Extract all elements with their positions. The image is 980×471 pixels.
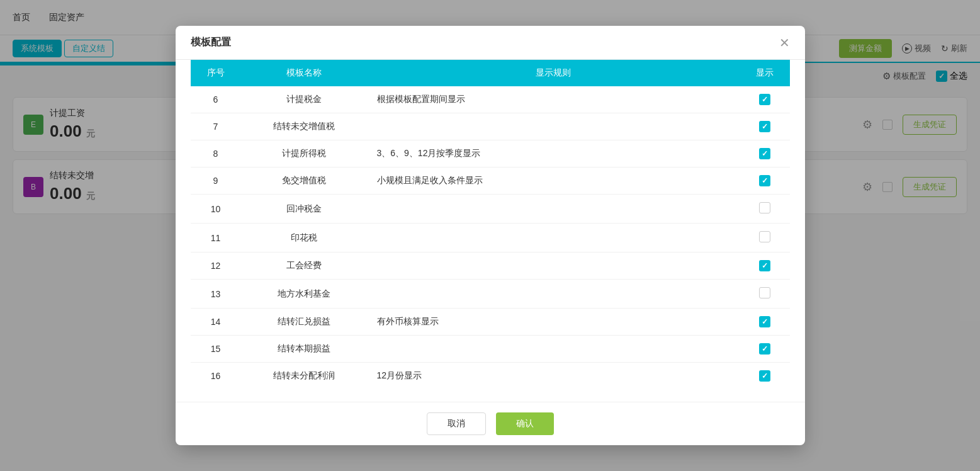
cell-name: 印花税: [241, 224, 367, 253]
row-checkbox-11[interactable]: [759, 231, 770, 242]
cell-id: 15: [191, 336, 241, 363]
table-row: 16结转未分配利润12月份显示: [191, 363, 790, 390]
dialog-title: 模板配置: [191, 36, 231, 49]
col-header-name: 模板名称: [241, 60, 367, 86]
cell-id: 10: [191, 195, 241, 224]
confirm-button[interactable]: 确认: [496, 412, 554, 435]
cancel-button[interactable]: 取消: [427, 412, 486, 435]
cell-name: 计提税金: [241, 86, 367, 113]
row-checkbox-9[interactable]: [759, 175, 770, 186]
row-checkbox-12[interactable]: [759, 260, 770, 271]
close-icon[interactable]: ✕: [779, 37, 790, 49]
table-row: 15结转本期损益: [191, 336, 790, 363]
cell-rule: [367, 113, 740, 140]
cell-rule: [367, 253, 740, 280]
table-row: 6计提税金根据模板配置期间显示: [191, 86, 790, 113]
table-row: 7结转未交增值税: [191, 113, 790, 140]
cell-rule: 有外币核算显示: [367, 309, 740, 336]
cell-checkbox: [740, 113, 790, 140]
cell-checkbox: [740, 195, 790, 224]
table-body: 6计提税金根据模板配置期间显示7结转未交增值税8计提所得税3、6、9、12月按季…: [191, 86, 790, 389]
cell-rule: [367, 336, 740, 363]
table-row: 8计提所得税3、6、9、12月按季度显示: [191, 140, 790, 167]
config-table: 序号 模板名称 显示规则 显示 6计提税金根据模板配置期间显示7结转未交增值税8…: [191, 60, 790, 389]
row-checkbox-7[interactable]: [759, 121, 770, 132]
cell-rule: 3、6、9、12月按季度显示: [367, 140, 740, 167]
cell-id: 12: [191, 253, 241, 280]
cell-rule: [367, 280, 740, 309]
cell-name: 地方水利基金: [241, 280, 367, 309]
table-row: 12工会经费: [191, 253, 790, 280]
cell-id: 14: [191, 309, 241, 336]
cell-rule: 小规模且满足收入条件显示: [367, 167, 740, 195]
cell-checkbox: [740, 224, 790, 253]
table-row: 10回冲税金: [191, 195, 790, 224]
cell-id: 8: [191, 140, 241, 167]
cell-id: 16: [191, 363, 241, 390]
cell-name: 结转本期损益: [241, 336, 367, 363]
cell-rule: 12月份显示: [367, 363, 740, 390]
row-checkbox-10[interactable]: [759, 202, 770, 213]
cell-name: 结转未分配利润: [241, 363, 367, 390]
cell-rule: [367, 195, 740, 224]
table-row: 9免交增值税小规模且满足收入条件显示: [191, 167, 790, 195]
table-row: 14结转汇兑损益有外币核算显示: [191, 309, 790, 336]
cell-checkbox: [740, 167, 790, 195]
col-header-rule: 显示规则: [367, 60, 740, 86]
cell-name: 结转未交增值税: [241, 113, 367, 140]
cell-id: 7: [191, 113, 241, 140]
cell-checkbox: [740, 336, 790, 363]
row-checkbox-16[interactable]: [759, 370, 770, 382]
table-row: 13地方水利基金: [191, 280, 790, 309]
cell-checkbox: [740, 140, 790, 167]
col-header-display: 显示: [740, 60, 790, 86]
table-row: 11印花税: [191, 224, 790, 253]
cell-name: 工会经费: [241, 253, 367, 280]
cell-checkbox: [740, 86, 790, 113]
dialog-body: 序号 模板名称 显示规则 显示 6计提税金根据模板配置期间显示7结转未交增值税8…: [176, 60, 805, 402]
cell-name: 回冲税金: [241, 195, 367, 224]
cell-name: 计提所得税: [241, 140, 367, 167]
dialog-header: 模板配置 ✕: [176, 26, 805, 60]
cell-checkbox: [740, 363, 790, 390]
cell-id: 6: [191, 86, 241, 113]
cell-checkbox: [740, 280, 790, 309]
row-checkbox-8[interactable]: [759, 148, 770, 159]
dialog-footer: 取消 确认: [176, 402, 805, 445]
modal-overlay: 模板配置 ✕ 序号 模板名称 显示规则 显示 6计提税金根据模板配置期间显示7结…: [0, 0, 980, 471]
row-checkbox-15[interactable]: [759, 343, 770, 355]
cell-rule: 根据模板配置期间显示: [367, 86, 740, 113]
cell-name: 免交增值税: [241, 167, 367, 195]
cell-checkbox: [740, 253, 790, 280]
template-config-dialog: 模板配置 ✕ 序号 模板名称 显示规则 显示 6计提税金根据模板配置期间显示7结…: [176, 26, 805, 445]
col-header-id: 序号: [191, 60, 241, 86]
cell-id: 9: [191, 167, 241, 195]
row-checkbox-6[interactable]: [759, 94, 770, 105]
table-header-row: 序号 模板名称 显示规则 显示: [191, 60, 790, 86]
row-checkbox-14[interactable]: [759, 316, 770, 327]
cell-id: 13: [191, 280, 241, 309]
cell-id: 11: [191, 224, 241, 253]
cell-name: 结转汇兑损益: [241, 309, 367, 336]
row-checkbox-13[interactable]: [759, 287, 770, 298]
cell-checkbox: [740, 309, 790, 336]
cell-rule: [367, 224, 740, 253]
